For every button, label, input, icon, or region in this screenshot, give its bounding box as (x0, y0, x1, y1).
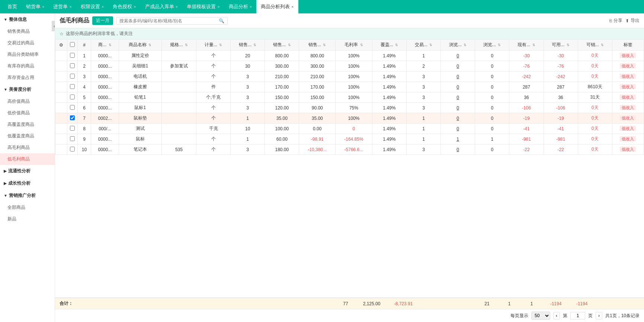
nav-purchase-order[interactable]: 进货单 × (49, 0, 76, 13)
sidebar-item-traded-products[interactable]: 交易过的商品 (0, 37, 55, 49)
close-icon[interactable]: × (69, 4, 71, 9)
collapse-icon: « (54, 24, 55, 28)
checkbox-cell[interactable] (67, 82, 78, 92)
checkbox-cell[interactable] (67, 71, 78, 82)
checkbox-cell[interactable] (67, 124, 78, 134)
checkbox-cell[interactable] (67, 113, 78, 124)
checkbox-cell[interactable] (67, 92, 78, 103)
checkbox-cell[interactable] (67, 134, 78, 144)
sidebar-item-high-margin[interactable]: 高毛利商品 (0, 142, 55, 153)
browse1-cell[interactable]: 0 (441, 82, 475, 92)
sidebar-item-all-products[interactable]: 全部商品 (0, 202, 55, 213)
col-sales-price[interactable]: 销售... ⇅ (265, 39, 299, 51)
search-icon[interactable]: 🔍 (219, 18, 224, 23)
sidebar-group-growth[interactable]: ▶ 成长性分析 (0, 177, 55, 189)
sidebar-item-new-products[interactable]: 新品 (0, 213, 55, 225)
col-available[interactable]: 可用... ⇅ (544, 39, 578, 51)
browse1-cell[interactable]: 0 (441, 103, 475, 113)
nav-product-stock[interactable]: 产成品入库单 × (141, 0, 182, 13)
row-checkbox[interactable] (70, 53, 75, 58)
col-sales-amount[interactable]: 销售... ⇅ (299, 39, 336, 51)
nav-home[interactable]: 首页 (3, 0, 22, 13)
checkbox-cell[interactable] (67, 61, 78, 71)
nav-template[interactable]: 单据模板设置 × (182, 0, 224, 13)
row-checkbox[interactable] (70, 84, 75, 89)
checkbox-cell[interactable] (67, 144, 78, 155)
row-checkbox[interactable] (70, 147, 75, 152)
code-cell: 0000... (91, 61, 119, 71)
sidebar-item-low-value[interactable]: 低价值商品 (0, 107, 55, 119)
sales-amount-cell: 170.00 (299, 82, 336, 92)
sidebar-group-overall[interactable]: ▼ 整体信息 (0, 13, 55, 26)
col-current-stock[interactable]: 现有... ⇅ (509, 39, 544, 51)
col-code[interactable]: 商... ⇅ (91, 39, 119, 51)
col-browse2[interactable]: 浏览... ⇅ (475, 39, 509, 51)
browse1-cell[interactable]: 0 (441, 71, 475, 82)
row-checkbox[interactable] (70, 95, 75, 99)
sidebar-item-sales-products[interactable]: 销售类商品 (0, 26, 55, 37)
col-sales-qty[interactable]: 销售... ⇅ (231, 39, 265, 51)
close-icon[interactable]: × (217, 4, 220, 9)
col-coverage[interactable]: 覆盖... ⇅ (372, 39, 406, 51)
next-page-button[interactable]: › (596, 312, 602, 319)
nav-permission[interactable]: 权限设置 × (76, 0, 108, 13)
col-settings[interactable]: ⚙ (55, 39, 67, 51)
sidebar-group-reputation[interactable]: ▼ 美誉度分析 (0, 83, 55, 96)
nav-role-auth[interactable]: 角色授权 × (108, 0, 140, 13)
current-stock-cell: 36 (509, 92, 544, 103)
col-checkbox[interactable] (67, 39, 78, 51)
col-sellable[interactable]: 可销... ⇅ (578, 39, 612, 51)
search-input[interactable] (119, 18, 219, 23)
close-icon[interactable]: × (102, 4, 104, 9)
date-filter-button[interactable]: 近一月 (92, 16, 113, 25)
sidebar-item-low-coverage[interactable]: 低覆盖度商品 (0, 130, 55, 142)
close-icon[interactable]: × (250, 4, 252, 9)
sidebar-item-low-margin[interactable]: 低毛利商品 (0, 153, 55, 165)
col-unit[interactable]: 计量... ⇅ (196, 39, 231, 51)
nav-product-analysis[interactable]: 商品分析 × (224, 0, 256, 13)
browse1-cell[interactable]: 0 (441, 61, 475, 71)
browse1-cell[interactable]: 0 (441, 144, 475, 155)
close-icon[interactable]: × (134, 4, 136, 9)
select-all-checkbox[interactable] (70, 42, 75, 47)
row-checkbox[interactable] (70, 115, 75, 120)
browse1-cell[interactable]: 0 (441, 124, 475, 134)
close-icon[interactable]: × (42, 4, 44, 9)
prev-page-button[interactable]: ‹ (553, 312, 560, 319)
row-checkbox[interactable] (70, 136, 75, 141)
sidebar-group-liquidity[interactable]: ▶ 流通性分析 (0, 165, 55, 177)
col-spec[interactable]: 规格... ⇅ (161, 39, 196, 51)
share-button[interactable]: ⎘ 分享 (609, 17, 622, 24)
col-gross-rate[interactable]: 毛利率 ⇅ (336, 39, 372, 51)
col-name[interactable]: 商品名称 ⇅ (119, 39, 161, 51)
checkbox-cell[interactable] (67, 103, 78, 113)
browse1-cell[interactable]: 0 (441, 113, 475, 124)
close-icon[interactable]: × (176, 4, 178, 9)
row-checkbox[interactable] (70, 126, 75, 131)
row-checkbox[interactable] (70, 105, 75, 110)
sidebar-item-capital[interactable]: 库存资金占用 (0, 72, 55, 83)
sidebar-item-category-rate[interactable]: 商品分类助销率 (0, 49, 55, 60)
footer-current-stock: -1194 (543, 301, 569, 306)
sidebar-item-high-coverage[interactable]: 高覆盖度商品 (0, 119, 55, 130)
num-cell: 3 (78, 71, 91, 82)
row-checkbox[interactable] (70, 63, 75, 68)
col-browse1[interactable]: 浏览... ⇅ (441, 39, 475, 51)
per-page-select[interactable]: 50 20 100 (531, 312, 550, 320)
row-checkbox[interactable] (70, 74, 75, 79)
browse1-cell[interactable]: 1 (441, 134, 475, 144)
browse1-cell[interactable]: 0 (441, 92, 475, 103)
sidebar-item-high-value[interactable]: 高价值商品 (0, 96, 55, 107)
checkbox-cell[interactable] (67, 51, 78, 61)
nav-product-analysis-list[interactable]: 商品分析列表 × (256, 0, 298, 13)
sidebar-group-marketing[interactable]: ▼ 营销推广分析 (0, 189, 55, 202)
sidebar-collapse-button[interactable]: « (52, 21, 55, 31)
page-number-input[interactable] (570, 312, 585, 319)
close-icon[interactable]: × (291, 4, 294, 9)
export-button[interactable]: ⬆ 导出 (625, 17, 640, 24)
col-trade[interactable]: 交易... ⇅ (406, 39, 440, 51)
nav-sales-order[interactable]: 销货单 × (22, 0, 49, 13)
browse1-cell[interactable]: 0 (441, 51, 475, 61)
sales-price-cell: 170.00 (265, 82, 299, 92)
sidebar-item-in-stock[interactable]: 有库存的商品 (0, 60, 55, 72)
